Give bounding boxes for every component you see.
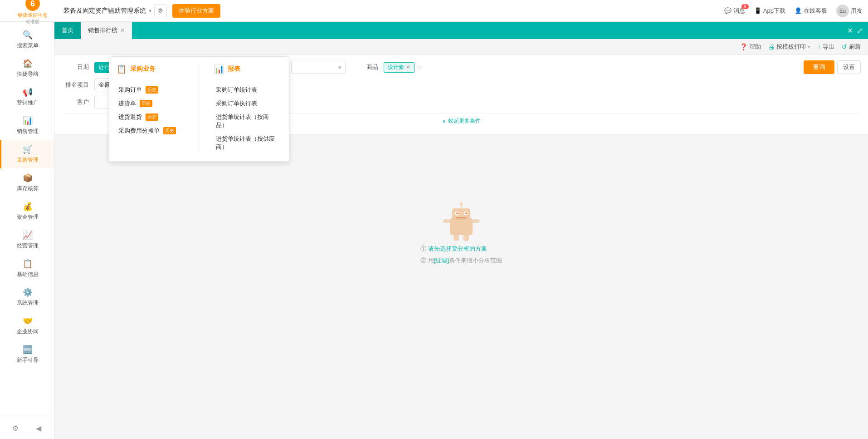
system-title-text: 装备及固定资产辅助管理系统 [63, 7, 146, 15]
customer-label: 客户 [62, 98, 89, 106]
menu-item-report4[interactable]: 进货单统计表（按供应商） [214, 132, 282, 154]
status-dropdown-icon: ▾ [338, 64, 341, 71]
query-button[interactable]: 查询 [804, 60, 834, 74]
sidebar-item-operation[interactable]: 📈 经营管理 [0, 226, 54, 254]
gear-button[interactable]: ⚙ [154, 5, 167, 17]
goods-ellipsis[interactable]: ··· [417, 64, 422, 71]
menu-item-expense[interactable]: 采购费用分摊单 历史 [117, 124, 185, 138]
sidebar-label-marketing: 营销推广 [17, 99, 39, 107]
menu-item-report1[interactable]: 采购订单统计表 [214, 83, 282, 97]
industry-button[interactable]: 体验行业方案 [172, 4, 220, 18]
tab-close-all-btn[interactable]: ✕ [847, 26, 853, 35]
collapse-label: 收起更多条件 [448, 117, 481, 125]
sidebar-label-cooperation: 企业协同 [17, 328, 39, 335]
goods-tag-close[interactable]: ✕ [406, 64, 410, 70]
tab-close-icon[interactable]: ✕ [120, 27, 125, 34]
sidebar-item-cooperation[interactable]: 🤝 企业协同 [0, 311, 54, 340]
service-icon: 👤 [795, 7, 802, 14]
menu-item-report4-label: 进货单统计表（按供应商） [216, 135, 280, 151]
sidebar-item-finance[interactable]: 💰 资金管理 [0, 197, 54, 226]
status-select[interactable]: ▾ [291, 61, 346, 74]
menu-item-purchase-order[interactable]: 采购订单 历史 [117, 83, 185, 97]
purchase-dropdown-menu: 📋 采购业务 采购订单 历史 进货单 历史 进货退货 历史 [109, 56, 289, 162]
menu-item-incoming-badge: 历史 [140, 100, 152, 107]
system-icon: ⚙️ [23, 287, 33, 297]
goods-tag: 设计素 ✕ [384, 62, 414, 73]
sidebar-label-inventory: 库存核算 [17, 185, 39, 192]
report-col-icon: 📊 [214, 64, 224, 74]
sidebar-item-search[interactable]: 🔍 搜索菜单 [0, 25, 54, 54]
menu-col1-label: 采购业务 [130, 65, 156, 73]
tab-sales-rank[interactable]: 销售排行榜 ✕ [81, 22, 132, 39]
sidebar-item-purchase[interactable]: 🛒 采购管理 [0, 140, 54, 168]
goods-filter-wrap: 设计素 ✕ ··· [384, 62, 422, 73]
menu-item-report2-label: 采购订单执行表 [216, 99, 257, 108]
online-service-button[interactable]: 👤 在线客服 [795, 7, 827, 15]
tab-actions: ✕ ⤢ [847, 26, 868, 35]
print-dropdown-icon: ▾ [808, 44, 810, 50]
svg-rect-9 [443, 219, 450, 223]
sidebar-item-quicknav[interactable]: 🏠 快捷导航 [0, 54, 54, 83]
menu-col-purchase: 📋 采购业务 采购订单 历史 进货单 历史 进货退货 历史 [117, 64, 185, 154]
menu-item-incoming[interactable]: 进货单 历史 [117, 97, 185, 110]
logo-label: 畅捷通好生意 [18, 12, 48, 19]
refresh-icon: ↺ [842, 43, 847, 50]
svg-rect-10 [472, 219, 479, 223]
tab-bar: 首页 销售排行榜 ✕ ✕ ⤢ [54, 22, 868, 39]
purchase-col-icon: 📋 [117, 64, 127, 74]
menu-item-report3-label: 进货单统计表（按商品） [216, 113, 280, 129]
sidebar-item-marketing[interactable]: 📢 营销推广 [0, 83, 54, 111]
svg-rect-7 [454, 235, 459, 241]
menu-item-incoming-label: 进货单 [118, 99, 136, 108]
setting-button[interactable]: 设置 [837, 60, 861, 74]
sidebar-item-sales[interactable]: 📊 销售管理 [0, 111, 54, 140]
menu-item-report3[interactable]: 进货单统计表（按商品） [214, 110, 282, 132]
menu-item-return-label: 进货退货 [118, 113, 142, 121]
goods-label: 商品 [351, 63, 378, 71]
operation-icon: 📈 [23, 230, 33, 240]
status-value [295, 63, 336, 71]
message-icon: 💬 [724, 7, 731, 14]
title-dropdown-icon[interactable]: ▾ [149, 8, 151, 14]
menu-item-expense-badge: 历史 [163, 127, 176, 134]
sidebar-label-guide: 新手引导 [17, 356, 39, 364]
sidebar-item-guide[interactable]: 🆕 新手引导 [0, 340, 54, 369]
user-button[interactable]: Ea 用友 [836, 5, 863, 17]
refresh-button[interactable]: ↺ 刷新 [842, 43, 861, 51]
sidebar-item-basic[interactable]: 📋 基础信息 [0, 254, 54, 283]
logo-area: 6 畅捷通好生意 标准版 [5, 0, 60, 25]
print-button[interactable]: 🖨 按模板打印 ▾ [768, 43, 810, 51]
message-badge: 9 [741, 4, 749, 9]
menu-divider [199, 64, 200, 154]
svg-rect-6 [456, 217, 467, 218]
menu-item-report2[interactable]: 采购订单执行表 [214, 97, 282, 110]
help-button[interactable]: ❓ 帮助 [740, 43, 761, 51]
sidebar-item-inventory[interactable]: 📦 库存核算 [0, 168, 54, 197]
empty-state: ① 请先选择要分析的方案 ② 用[过滤]条件来缩小分析范围 [54, 134, 868, 334]
logo-icon: 6 [25, 0, 40, 11]
sidebar-label-operation: 经营管理 [17, 242, 39, 250]
sidebar-item-system[interactable]: ⚙️ 系统管理 [0, 283, 54, 311]
finance-icon: 💰 [23, 202, 33, 212]
marketing-icon: 📢 [23, 87, 33, 97]
print-icon: 🖨 [768, 43, 775, 50]
menu-item-return[interactable]: 进货退货 历史 [117, 110, 185, 124]
sidebar-label-purchase: 采购管理 [17, 156, 39, 164]
menu-item-purchase-order-label: 采购订单 [118, 86, 142, 94]
action-btns: 查询 设置 [804, 60, 861, 74]
menu-item-return-badge: 历史 [146, 113, 158, 121]
sidebar-label-system: 系统管理 [17, 299, 39, 307]
export-button[interactable]: ↑ 导出 [818, 43, 834, 51]
sidebar-label-search: 搜索菜单 [17, 42, 39, 49]
message-button[interactable]: 💬 消息 9 [724, 7, 745, 15]
tab-maximize-btn[interactable]: ⤢ [857, 26, 863, 35]
sidebar-settings-btn[interactable]: ⚙ [8, 421, 23, 435]
app-download-button[interactable]: 📱 App下载 [754, 7, 785, 15]
menu-col1-title: 📋 采购业务 [117, 64, 185, 78]
svg-point-12 [460, 202, 463, 205]
menu-item-purchase-order-badge: 历史 [146, 86, 158, 94]
sidebar-collapse-btn[interactable]: ◀ [31, 421, 46, 435]
top-right: 💬 消息 9 📱 App下载 👤 在线客服 Ea 用友 [724, 5, 863, 17]
page-body: 📋 采购业务 采购订单 历史 进货单 历史 进货退货 历史 [54, 39, 868, 334]
basic-icon: 📋 [23, 259, 33, 269]
